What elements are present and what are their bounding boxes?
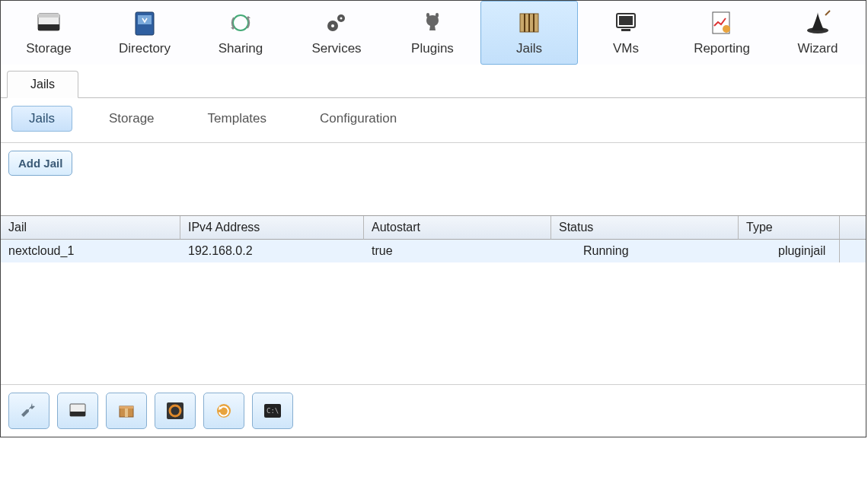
col-jail[interactable]: Jail: [1, 216, 180, 240]
sharing-icon: [225, 9, 256, 37]
jail-package-button[interactable]: [106, 393, 147, 429]
col-status[interactable]: Status: [551, 216, 739, 240]
cell-autostart: true: [364, 240, 551, 262]
table-row[interactable]: nextcloud_1 192.168.0.2 true Running plu…: [1, 240, 866, 262]
toolbar-item-directory[interactable]: Directory: [97, 1, 193, 65]
col-autostart[interactable]: Autostart: [364, 216, 551, 240]
jails-icon: [514, 9, 544, 37]
jail-storage-button[interactable]: [57, 393, 98, 429]
sub-tab-jails[interactable]: Jails: [11, 106, 72, 132]
shell-icon: C:\: [262, 400, 283, 421]
wrench-icon: [18, 400, 40, 421]
restart-icon: [213, 400, 235, 421]
storage-icon: [34, 9, 64, 37]
directory-icon: [129, 9, 160, 37]
svg-point-22: [723, 25, 730, 33]
jail-shell-button[interactable]: C:\: [252, 393, 293, 429]
sub-tab-templates[interactable]: Templates: [191, 107, 283, 131]
svg-rect-26: [70, 412, 85, 416]
toolbar-label: Jails: [516, 41, 542, 56]
sub-tab-label: Jails: [29, 111, 55, 126]
svg-rect-13: [436, 13, 439, 17]
svg-rect-1: [38, 24, 59, 30]
toolbar-item-wizard[interactable]: Wizard: [770, 1, 866, 65]
toolbar-label: Services: [311, 41, 361, 56]
services-icon: [321, 9, 352, 37]
package-icon: [116, 400, 137, 421]
svg-rect-19: [619, 16, 633, 25]
jail-restart-button[interactable]: [203, 393, 244, 429]
sub-tab-configuration[interactable]: Configuration: [303, 107, 413, 131]
sub-tab-label: Storage: [109, 111, 155, 126]
toolbar-item-storage[interactable]: Storage: [1, 1, 97, 65]
toolbar-item-plugins[interactable]: Plugins: [385, 1, 480, 65]
action-bar: Add Jail: [1, 143, 866, 185]
col-scroll-spacer: [840, 216, 866, 240]
cell-jail: nextcloud_1: [1, 240, 180, 262]
panel-tab-label: Jails: [30, 78, 55, 91]
cell-type: pluginjail: [763, 240, 840, 262]
main-toolbar: Storage Directory Sharing Services Plugi: [1, 1, 866, 65]
storage-icon: [67, 400, 88, 421]
svg-point-11: [340, 17, 343, 20]
panel-tab-strip: Jails: [1, 67, 866, 98]
sub-tab-storage[interactable]: Storage: [92, 107, 171, 131]
toolbar-label: Sharing: [219, 41, 263, 56]
vms-icon: [611, 9, 641, 37]
toolbar-item-jails[interactable]: Jails: [480, 1, 578, 65]
toolbar-label: Reporting: [694, 41, 750, 56]
toolbar-label: VMs: [613, 41, 639, 56]
svg-line-24: [825, 11, 830, 15]
sub-tab-strip: Jails Storage Templates Configuration: [1, 98, 866, 143]
svg-text:C:\: C:\: [266, 407, 279, 415]
svg-rect-20: [621, 29, 630, 31]
sub-tab-label: Templates: [208, 111, 266, 126]
sub-tab-label: Configuration: [320, 111, 397, 126]
svg-point-10: [331, 24, 334, 27]
toolbar-item-sharing[interactable]: Sharing: [193, 1, 289, 65]
grid-header: Jail IPv4 Address Autostart Status Type: [1, 216, 866, 240]
col-type[interactable]: Type: [739, 216, 840, 240]
bottom-action-bar: C:\: [1, 385, 866, 437]
toolbar-label: Wizard: [798, 41, 838, 56]
button-label: Add Jail: [18, 157, 62, 170]
jails-grid: Jail IPv4 Address Autostart Status Type …: [1, 215, 866, 385]
grid-body: nextcloud_1 192.168.0.2 true Running plu…: [1, 240, 866, 384]
panel-tab-jails[interactable]: Jails: [7, 71, 78, 98]
add-jail-button[interactable]: Add Jail: [8, 151, 72, 176]
toolbar-item-reporting[interactable]: Reporting: [674, 1, 770, 65]
toolbar-item-vms[interactable]: VMs: [578, 1, 674, 65]
svg-rect-2: [38, 14, 59, 17]
wizard-icon: [803, 9, 833, 37]
cell-ipv4: 192.168.0.2: [180, 240, 364, 262]
col-ipv4[interactable]: IPv4 Address: [180, 216, 364, 240]
svg-rect-12: [426, 13, 429, 17]
svg-rect-29: [120, 406, 133, 409]
cell-status: Running: [551, 240, 763, 262]
jail-update-button[interactable]: [155, 393, 196, 429]
toolbar-label: Storage: [26, 41, 72, 56]
update-icon: [164, 400, 186, 421]
edit-jail-button[interactable]: [8, 393, 49, 429]
plugins-icon: [417, 9, 448, 37]
toolbar-label: Plugins: [411, 41, 454, 56]
toolbar-item-services[interactable]: Services: [289, 1, 385, 65]
svg-point-5: [233, 15, 248, 30]
toolbar-label: Directory: [119, 41, 171, 56]
reporting-icon: [707, 9, 737, 37]
